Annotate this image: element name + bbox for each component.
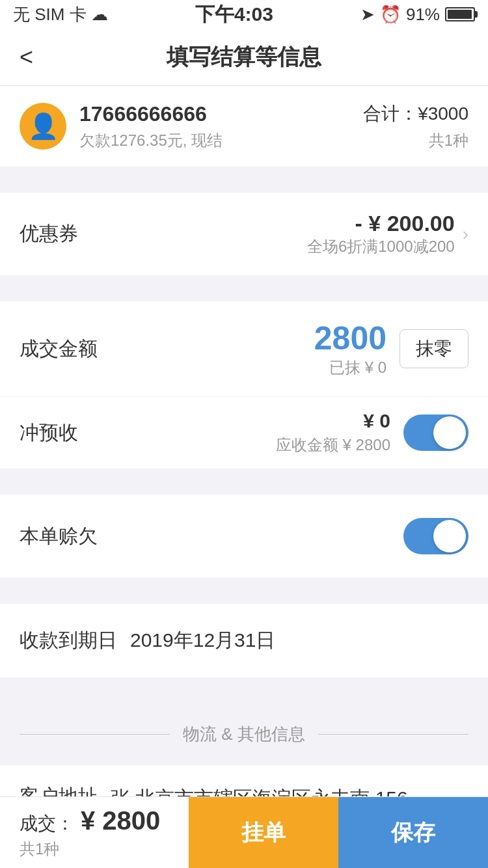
coupon-row[interactable]: 优惠券 - ¥ 200.00 全场6折满1000减200 › (0, 193, 488, 275)
coupon-desc: 全场6折满1000减200 (307, 236, 455, 257)
due-date-row: 收款到期日 2019年12月31日 (20, 627, 468, 654)
bottom-deal-amount: ¥ 2800 (81, 806, 160, 835)
arrears-section: 本单赊欠 (0, 495, 488, 578)
prepay-amount: ¥ 0 (276, 410, 390, 432)
total-label: 合计：¥3000 (363, 102, 468, 126)
user-total: 合计：¥3000 共1种 (363, 102, 468, 151)
arrears-toggle[interactable] (403, 518, 468, 554)
arrears-right (403, 518, 468, 554)
prepay-label: 冲预收 (20, 420, 78, 446)
user-phone: 17666666666 (79, 102, 363, 126)
arrears-label: 本单赊欠 (20, 523, 98, 550)
user-info: 17666666666 欠款1276.35元, 现结 (79, 102, 363, 151)
status-time: 下午4:03 (195, 1, 273, 28)
deal-amount-right: 2800 已抹 ¥ 0 抹零 (314, 319, 468, 378)
round-zero-button[interactable]: 抹零 (400, 329, 468, 368)
divider-line: 物流 & 其他信息 (0, 710, 488, 759)
coupon-right: - ¥ 200.00 全场6折满1000减200 › (307, 211, 468, 257)
status-left: 无 SIM 卡 ☁ (13, 3, 108, 26)
coupon-section: 优惠券 - ¥ 200.00 全场6折满1000减200 › (0, 193, 488, 275)
bottom-deal: 成交： ¥ 2800 (20, 806, 169, 836)
avatar: 👤 (20, 103, 66, 150)
prepay-right: ¥ 0 应收金额 ¥ 2800 (276, 410, 468, 455)
deal-amount-row: 成交金额 2800 已抹 ¥ 0 抹零 (0, 301, 488, 397)
coupon-label: 优惠券 (20, 221, 78, 247)
sim-status: 无 SIM 卡 ☁ (13, 3, 108, 26)
status-right: ➤ ⏰ 91% (360, 5, 475, 25)
divider-text: 物流 & 其他信息 (170, 723, 318, 746)
prepay-row: 冲预收 ¥ 0 应收金额 ¥ 2800 (0, 397, 488, 468)
coupon-chevron-icon: › (463, 224, 468, 245)
arrears-row: 本单赊欠 (0, 495, 488, 578)
avatar-icon: 👤 (28, 112, 59, 141)
hang-order-button[interactable]: 挂单 (189, 797, 338, 868)
back-button[interactable]: < (20, 44, 59, 71)
prepay-amount-block: ¥ 0 应收金额 ¥ 2800 (276, 410, 390, 455)
battery-percent: 91% (406, 5, 440, 25)
bottom-bar: 成交： ¥ 2800 共1种 挂单 保存 (0, 796, 488, 868)
total-count: 共1种 (363, 130, 468, 151)
bottom-count: 共1种 (20, 839, 169, 860)
page-title: 填写结算等信息 (59, 42, 429, 72)
deal-amount-sub: 已抹 ¥ 0 (314, 357, 386, 378)
due-date-section: 收款到期日 2019年12月31日 (0, 604, 488, 677)
status-bar: 无 SIM 卡 ☁ 下午4:03 ➤ ⏰ 91% (0, 0, 488, 29)
user-debt: 欠款1276.35元, 现结 (79, 130, 363, 151)
bottom-deal-label: 成交： (20, 811, 74, 836)
user-info-section: 👤 17666666666 欠款1276.35元, 现结 合计：¥3000 共1… (0, 86, 488, 167)
coupon-amount: - ¥ 200.00 (307, 211, 455, 236)
due-date-label: 收款到期日 (20, 627, 117, 654)
bottom-info: 成交： ¥ 2800 共1种 (0, 806, 189, 860)
arrears-toggle-knob (433, 520, 466, 552)
divider-section: 物流 & 其他信息 (0, 703, 488, 765)
page-header: < 填写结算等信息 (0, 29, 488, 86)
user-row: 👤 17666666666 欠款1276.35元, 现结 合计：¥3000 共1… (0, 86, 488, 167)
deal-amount-label: 成交金额 (20, 336, 98, 362)
deal-amount-value[interactable]: 2800 (314, 319, 386, 357)
battery-icon (445, 7, 475, 21)
save-button[interactable]: 保存 (338, 797, 488, 868)
alarm-icon: ⏰ (380, 5, 401, 25)
location-icon: ➤ (360, 5, 375, 25)
prepay-toggle[interactable] (403, 414, 468, 451)
prepay-sub: 应收金额 ¥ 2800 (276, 435, 390, 455)
toggle-knob (433, 416, 466, 449)
due-date-value: 2019年12月31日 (130, 627, 275, 654)
deal-amount-section: 成交金额 2800 已抹 ¥ 0 抹零 冲预收 ¥ 0 应收金额 ¥ 2800 (0, 301, 488, 468)
